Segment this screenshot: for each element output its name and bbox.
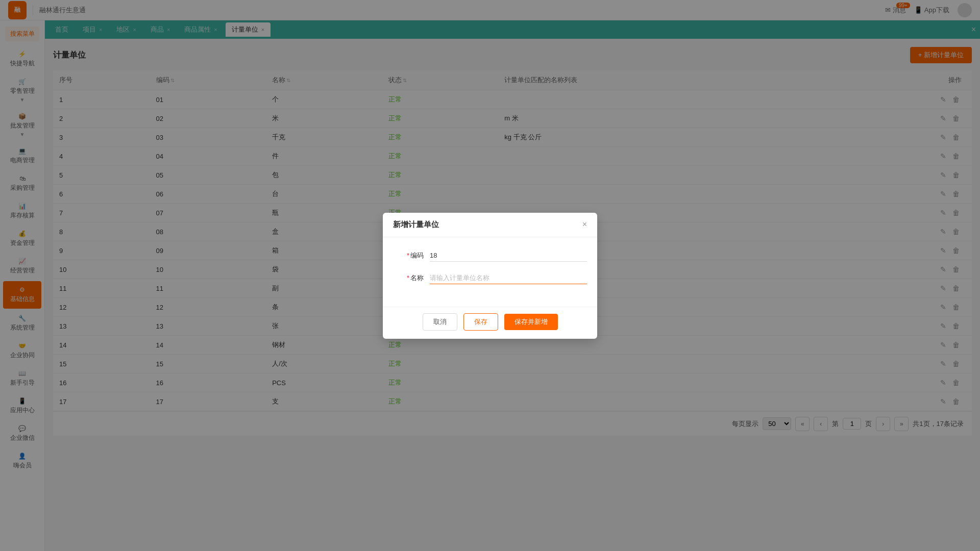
modal-header: 新增计量单位 × bbox=[383, 213, 597, 237]
cancel-button[interactable]: 取消 bbox=[423, 313, 457, 331]
add-unit-modal: 新增计量单位 × *编码 *名称 取消 保存 保存并新增 bbox=[383, 213, 597, 339]
name-input[interactable] bbox=[430, 272, 587, 284]
modal-footer: 取消 保存 保存并新增 bbox=[383, 307, 597, 339]
form-row-code: *编码 bbox=[393, 249, 587, 262]
modal-body: *编码 *名称 bbox=[383, 237, 597, 307]
save-button[interactable]: 保存 bbox=[463, 313, 498, 331]
modal-overlay: 新增计量单位 × *编码 *名称 取消 保存 保存并新增 bbox=[0, 0, 980, 551]
name-label: *名称 bbox=[393, 273, 424, 283]
modal-close-btn[interactable]: × bbox=[582, 220, 587, 229]
code-label: *编码 bbox=[393, 251, 424, 260]
code-input[interactable] bbox=[430, 249, 587, 262]
save-and-new-button[interactable]: 保存并新增 bbox=[504, 314, 558, 330]
modal-title: 新增计量单位 bbox=[393, 220, 439, 230]
form-row-name: *名称 bbox=[393, 272, 587, 284]
